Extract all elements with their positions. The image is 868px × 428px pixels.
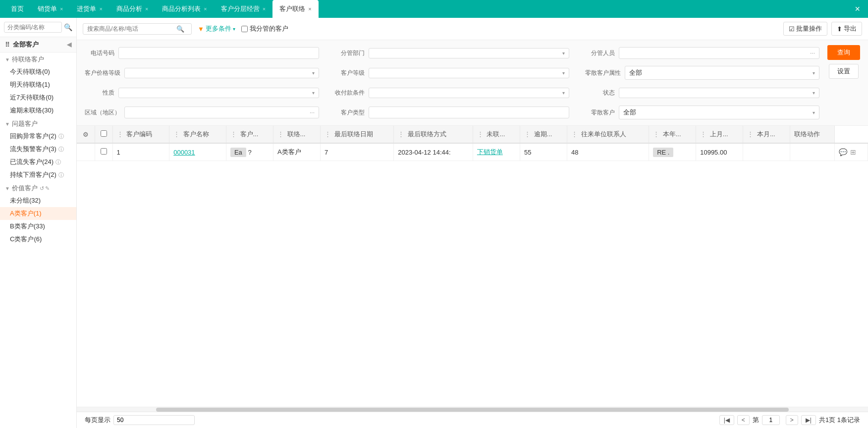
window-close-button[interactable]: × bbox=[851, 2, 864, 16]
sidebar-group-problem[interactable]: ▼ 问题客户 bbox=[0, 117, 76, 130]
arrow-down-icon: ▼ bbox=[5, 186, 10, 191]
sidebar-item-overdue[interactable]: 逾期未联络(30) bbox=[0, 104, 76, 117]
edit-icon[interactable]: ✎ bbox=[45, 185, 50, 192]
sidebar-item-class-b[interactable]: B类客户(33) bbox=[0, 220, 76, 233]
nav-sales-order[interactable]: 销货单 × bbox=[31, 0, 70, 18]
refresh-icon[interactable]: ↺ bbox=[40, 185, 44, 192]
chevron-down-icon: ▾ bbox=[233, 26, 235, 32]
sidebar-item-tomorrow[interactable]: 明天待联络(1) bbox=[0, 78, 76, 91]
last-contact-date: 2023-04-12 14:44: bbox=[398, 149, 450, 156]
qr-icon[interactable]: ⊞ bbox=[850, 148, 856, 156]
sidebar-item-churned[interactable]: 已流失客户(24) ⓘ bbox=[0, 156, 76, 168]
status-select[interactable]: ▾ bbox=[619, 88, 819, 98]
sidebar-item-declining[interactable]: 持续下滑客户(2) ⓘ bbox=[0, 168, 76, 181]
dots-icon[interactable]: ··· bbox=[310, 109, 315, 116]
group-label: 问题客户 bbox=[12, 119, 38, 128]
col-contact-count-header: ⋮ 联络... bbox=[273, 126, 320, 143]
sidebar-item-repurchase[interactable]: 回购异常客户(2) ⓘ bbox=[0, 130, 76, 143]
col-label: 往来单位联系人 bbox=[581, 130, 626, 138]
first-page-button[interactable]: |◀ bbox=[719, 415, 734, 425]
sidebar-item-ungrouped[interactable]: 未分组(32) bbox=[0, 194, 76, 207]
item-label: A类客户(1) bbox=[10, 209, 42, 218]
my-customer-checkbox[interactable] bbox=[241, 26, 248, 32]
sidebar-item-7days[interactable]: 近7天待联络(0) bbox=[0, 91, 76, 104]
last-page-button[interactable]: ▶| bbox=[801, 415, 816, 425]
chevron-down-icon: ▾ bbox=[813, 110, 815, 115]
my-customer-checkbox-wrap[interactable]: 我分管的客户 bbox=[241, 24, 288, 33]
next-page-button[interactable]: > bbox=[786, 415, 798, 425]
contact-person: RE . bbox=[653, 148, 673, 157]
nav-product-analysis[interactable]: 商品分析 × bbox=[109, 0, 155, 18]
customer-code-link[interactable]: 000031 bbox=[173, 149, 195, 156]
collapse-icon[interactable]: ◀ bbox=[67, 41, 71, 48]
nav-purchase-order[interactable]: 进货单 × bbox=[70, 0, 109, 18]
sidebar-search-icon[interactable]: 🔍 bbox=[64, 23, 72, 31]
nav-close-icon[interactable]: × bbox=[263, 6, 266, 12]
customer-level-label: 客户等级 bbox=[335, 69, 365, 77]
arrow-down-icon: ▼ bbox=[5, 57, 10, 62]
sidebar-item-churn-warning[interactable]: 流失预警客户(3) ⓘ bbox=[0, 143, 76, 156]
sidebar-item-class-a[interactable]: A类客户(1) bbox=[0, 207, 76, 220]
export-button[interactable]: ⬆ 导出 bbox=[831, 22, 862, 36]
nav-product-analysis-list[interactable]: 商品分析列表 × bbox=[155, 0, 214, 18]
page-size-input[interactable] bbox=[113, 415, 195, 425]
nav-customer-segmentation[interactable]: 客户分层经营 × bbox=[214, 0, 272, 18]
retail-customer-select[interactable]: 全部 ▾ bbox=[619, 106, 819, 119]
dots-icon[interactable]: ··· bbox=[810, 50, 815, 56]
row-this-month-cell bbox=[790, 143, 834, 161]
filter-phone: 电话号码 bbox=[85, 45, 319, 61]
payment-select[interactable]: ▾ bbox=[369, 88, 569, 98]
nature-select[interactable]: ▾ bbox=[118, 88, 319, 98]
select-all-checkbox[interactable] bbox=[101, 130, 107, 137]
last-contact-method-link[interactable]: 下销货单 bbox=[477, 148, 503, 156]
nav-home[interactable]: 首页 bbox=[4, 0, 31, 18]
sidebar-item-class-c[interactable]: C类客户(6) bbox=[0, 233, 76, 246]
nav-close-active-icon[interactable]: × bbox=[308, 6, 311, 12]
gear-icon[interactable]: ⚙ bbox=[83, 131, 89, 138]
batch-operation-button[interactable]: ☑ 批量操作 bbox=[783, 22, 827, 36]
col-label: 未联... bbox=[487, 130, 505, 138]
row-last-method-cell: 下销货单 bbox=[473, 143, 520, 161]
nav-close-icon[interactable]: × bbox=[99, 6, 102, 12]
search-icon[interactable]: 🔍 bbox=[176, 25, 184, 33]
filter-retail-attr: 零散客户属性 全部 ▾ bbox=[585, 65, 819, 81]
phone-input[interactable] bbox=[118, 47, 319, 59]
sidebar-group-value[interactable]: ▼ 价值客户 ↺ ✎ bbox=[0, 181, 76, 194]
chevron-down-icon: ▾ bbox=[562, 51, 565, 56]
sidebar-item-today[interactable]: 今天待联络(0) bbox=[0, 65, 76, 78]
dept-select[interactable]: ▾ bbox=[369, 48, 569, 58]
nav-close-icon[interactable]: × bbox=[204, 6, 207, 12]
item-label: 明天待联络(1) bbox=[10, 80, 50, 89]
col-this-month-header: ⋮ 本月... bbox=[743, 126, 790, 143]
nav-close-icon[interactable]: × bbox=[60, 6, 63, 12]
query-button[interactable]: 查询 bbox=[827, 45, 860, 60]
resizer-icon: ⋮ bbox=[571, 130, 578, 138]
checkbox-icon: ☑ bbox=[789, 25, 795, 33]
price-level-select[interactable]: ▾ bbox=[124, 68, 319, 78]
filter-status: 状态 ▾ bbox=[585, 85, 819, 101]
chat-icon[interactable]: 💬 bbox=[839, 148, 847, 156]
nav-close-icon[interactable]: × bbox=[145, 6, 148, 12]
row-checkbox[interactable] bbox=[101, 148, 107, 155]
nav-label: 销货单 bbox=[38, 4, 57, 13]
col-label: 客户名称 bbox=[183, 130, 209, 138]
nav-customer-contact[interactable]: 客户联络 × bbox=[272, 0, 318, 18]
prev-page-button[interactable]: < bbox=[737, 415, 750, 425]
more-filter-button[interactable]: ▼ 更多条件 ▾ bbox=[198, 24, 235, 33]
resizer-icon: ⋮ bbox=[653, 130, 659, 138]
settings-button[interactable]: 设置 bbox=[829, 64, 859, 79]
current-page-input[interactable] bbox=[762, 415, 780, 425]
region-select[interactable]: ··· bbox=[124, 107, 319, 118]
row-code-cell[interactable]: 000031 bbox=[169, 143, 226, 161]
customer-type-input[interactable] bbox=[369, 107, 569, 118]
sidebar-all-customers[interactable]: ⠿ 全部客户 ◀ bbox=[0, 37, 76, 53]
customer-level-select[interactable]: ▾ bbox=[369, 68, 569, 78]
filter-customer-type: 客户类型 bbox=[335, 105, 569, 120]
retail-attr-select[interactable]: 全部 ▾ bbox=[625, 66, 819, 80]
person-select[interactable]: ··· bbox=[619, 47, 819, 59]
item-label: 逾期未联络(30) bbox=[10, 106, 54, 115]
horizontal-scrollbar[interactable] bbox=[156, 408, 789, 412]
sidebar-group-pending[interactable]: ▼ 待联络客户 bbox=[0, 53, 76, 65]
sidebar-search-input[interactable] bbox=[4, 22, 62, 33]
search-input[interactable] bbox=[87, 25, 176, 32]
